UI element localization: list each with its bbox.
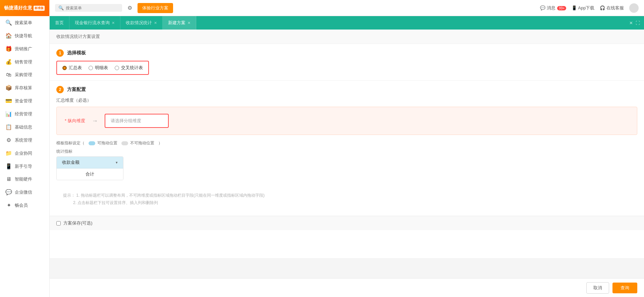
tab-actions[interactable]: ✕ ⛶ <box>625 16 644 30</box>
sidebar-item-新手引导[interactable]: 📱新手引导 <box>0 160 49 173</box>
tip1-text: 1. 拖动标题栏可以调整布局，不可跨维度或指标区域拖动栏目字段(只能在同一维度或… <box>76 193 264 198</box>
sidebar-label: 采购管理 <box>15 72 32 78</box>
template-summary[interactable]: 汇总表 <box>62 65 82 71</box>
search-box[interactable]: 🔍 <box>55 4 122 12</box>
legend-non-draggable-label: 不可拖动位置 <box>130 140 154 146</box>
sidebar-label: 新手引导 <box>15 163 32 169</box>
template-detail-label: 明细表 <box>95 65 108 71</box>
search-icon: 🔍 <box>58 5 64 10</box>
step2-header: 2 方案配置 <box>56 86 637 93</box>
step2-number: 2 <box>56 86 64 93</box>
step1-number: 1 <box>56 49 64 57</box>
sidebar-item-销售管理[interactable]: 💰销售管理 <box>0 55 49 68</box>
step1-header: 1 选择模板 <box>56 49 637 57</box>
template-detail-radio[interactable] <box>89 66 93 70</box>
sidebar-item-快捷导航[interactable]: 🏠快捷导航 <box>0 29 49 42</box>
service-icon: 🎧 <box>600 5 605 10</box>
sidebar-label: 搜索菜单 <box>15 20 32 26</box>
stat-label: 统计指标 <box>56 149 637 154</box>
sidebar-item-基础信息[interactable]: 📋基础信息 <box>0 120 49 134</box>
sidebar-label: 系统管理 <box>15 137 32 143</box>
dim-arrow-icon: → <box>92 117 98 125</box>
sidebar-item-经营管理[interactable]: 📊经营管理 <box>0 107 49 120</box>
metric-section: 模板指标设定（ 可拖动位置 不可拖动位置 ） 统计指标 <box>56 140 637 181</box>
template-cross-radio[interactable] <box>115 66 119 70</box>
sidebar-item-系统管理[interactable]: ⚙系统管理 <box>0 134 49 147</box>
save-label: 方案保存(可选) <box>63 220 93 226</box>
metric-chevron-icon[interactable]: ▾ <box>116 160 118 165</box>
legend-draggable-label: 可拖动位置 <box>97 140 117 146</box>
template-detail[interactable]: 明细表 <box>89 65 108 71</box>
save-checkbox[interactable] <box>56 221 61 226</box>
metric-settings-label: 模板指标设定（ <box>56 140 85 146</box>
cancel-button[interactable]: 取消 <box>586 282 609 294</box>
query-button[interactable]: 查询 <box>612 283 637 293</box>
user-avatar[interactable] <box>629 3 639 13</box>
step2-section: 2 方案配置 汇总维度（必选） * 纵向维度 → 请选择分组维度 模板指标 <box>50 80 644 216</box>
dimension-area: * 纵向维度 → 请选择分组维度 <box>56 107 637 135</box>
sidebar-label: 基础信息 <box>15 124 32 130</box>
gear-icon[interactable]: ⚙ <box>127 5 132 11</box>
tab-现金银行流水查询[interactable]: 现金银行流水查询 ✕ <box>69 16 120 30</box>
legend-non-draggable: 不可拖动位置 <box>121 140 154 146</box>
sidebar-label: 企业微信 <box>15 189 32 195</box>
sidebar-item-企业微信[interactable]: 💬企业微信 <box>0 186 49 199</box>
template-cross[interactable]: 交叉统计表 <box>115 65 143 71</box>
sidebar-icon: 🛍 <box>5 72 12 78</box>
sidebar-label: 销售管理 <box>15 59 32 65</box>
sidebar-icon: 💰 <box>5 59 12 65</box>
tab-close-icon[interactable]: ✕ <box>187 21 191 25</box>
dim-select[interactable]: 请选择分组维度 <box>105 114 169 128</box>
sidebar-item-资金管理[interactable]: 💳资金管理 <box>0 94 49 107</box>
sidebar-icon: 🏠 <box>5 33 12 39</box>
metric-legend-close: ） <box>158 140 162 146</box>
metric-column-area: 统计指标 收款金额 ▾ 合计 <box>56 149 637 181</box>
tab-收款情况统计[interactable]: 收款情况统计 ✕ <box>120 16 163 30</box>
dimension-group: 汇总维度（必选） <box>56 97 637 103</box>
step2-label: 方案配置 <box>67 87 86 93</box>
sidebar-item-搜索菜单[interactable]: 🔍搜索菜单 <box>0 16 49 29</box>
sidebar-item-畅会员[interactable]: ✦畅会员 <box>0 199 49 212</box>
save-section: 方案保存(可选) <box>50 216 644 230</box>
sidebar-item-采购管理[interactable]: 🛍采购管理 <box>0 68 49 81</box>
sidebar-icon: 📦 <box>5 85 12 91</box>
sidebar-logo: 畅捷通好生意 标准版 <box>0 0 49 16</box>
tips-section: 提示： 1. 拖动标题栏可以调整布局，不可跨维度或指标区域拖动栏目字段(只能在同… <box>56 188 637 210</box>
template-summary-radio[interactable] <box>62 66 67 70</box>
main-area: 🔍 ⚙ 体验行业方案 💬 消息 99+ 📱 App下载 🎧 在线客服 首页现金银… <box>50 0 644 297</box>
topbar: 🔍 ⚙ 体验行业方案 💬 消息 99+ 📱 App下载 🎧 在线客服 <box>50 0 644 16</box>
tab-label: 现金银行流水查询 <box>75 20 110 26</box>
metric-table-row: 合计 <box>57 168 123 180</box>
step1-label: 选择模板 <box>67 50 86 56</box>
metric-table-header: 收款金额 ▾ <box>57 157 123 168</box>
sidebar-label: 企业协同 <box>15 150 32 156</box>
topbar-right: 💬 消息 99+ 📱 App下载 🎧 在线客服 <box>540 3 639 13</box>
tab-label: 首页 <box>55 20 64 26</box>
tip2-text: 2. 点击标题栏下拉可设置排序、插入列和删除列 <box>73 200 158 205</box>
tab-首页[interactable]: 首页 <box>50 16 69 30</box>
sidebar-item-企业协同[interactable]: 📁企业协同 <box>0 147 49 160</box>
sidebar-label: 营销推广 <box>15 46 32 52</box>
notification-area[interactable]: 💬 消息 99+ <box>540 5 566 11</box>
sidebar-icon: 🖥 <box>5 176 12 182</box>
sidebar-item-智能硬件[interactable]: 🖥智能硬件 <box>0 173 49 186</box>
metric-header-row: 模板指标设定（ 可拖动位置 不可拖动位置 ） <box>56 140 637 146</box>
sidebar-icon: 📁 <box>5 150 12 156</box>
sidebar-icon: 💳 <box>5 98 12 104</box>
maximize-icon[interactable]: ⛶ <box>636 20 640 26</box>
search-input[interactable] <box>66 6 113 10</box>
close-all-icon[interactable]: ✕ <box>629 20 633 26</box>
sidebar-label: 畅会员 <box>15 202 28 208</box>
download-area[interactable]: 📱 App下载 <box>572 5 594 11</box>
tab-新建方案[interactable]: 新建方案 ✕ <box>163 16 196 30</box>
sidebar-item-库存核算[interactable]: 📦库存核算 <box>0 81 49 94</box>
service-area[interactable]: 🎧 在线客服 <box>600 5 624 11</box>
sidebar-item-营销推广[interactable]: 🎁营销推广 <box>0 42 49 55</box>
sidebar: 畅捷通好生意 标准版 🔍搜索菜单🏠快捷导航🎁营销推广💰销售管理🛍采购管理📦库存核… <box>0 0 50 297</box>
footer: 取消 查询 <box>50 278 644 297</box>
tab-close-icon[interactable]: ✕ <box>154 21 157 25</box>
sidebar-label: 快捷导航 <box>15 33 32 39</box>
trial-button[interactable]: 体验行业方案 <box>138 3 173 13</box>
notification-icon: 💬 <box>540 5 545 10</box>
tab-close-icon[interactable]: ✕ <box>112 21 115 25</box>
